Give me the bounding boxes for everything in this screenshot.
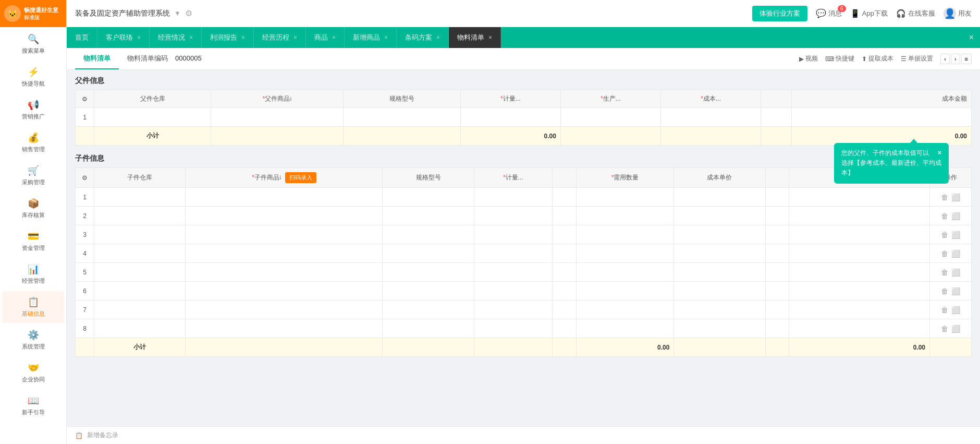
child-cell-extra-7[interactable] [552,301,576,319]
app-download-button[interactable]: 📱 App下载 [850,9,888,18]
nav-tab-close-7[interactable]: × [436,34,440,41]
extract-cost-btn[interactable]: ⬆ 提取成本 [862,54,893,63]
copy-icon-5[interactable]: ⬜ [951,268,960,277]
sidebar-item-企业协同[interactable]: 🤝 企业协同 [2,357,64,389]
child-cell-product-4[interactable] [186,244,383,263]
child-cell-extra2-3[interactable] [765,225,789,244]
child-cell-product-3[interactable] [186,225,383,244]
parent-cell-warehouse[interactable] [94,108,211,127]
child-cell-uom-8[interactable] [474,319,552,338]
child-cell-uom-3[interactable] [474,225,552,244]
sidebar-item-经营管理[interactable]: 📊 经营管理 [2,258,64,290]
shortcut-btn[interactable]: ⌨ 快捷键 [825,54,854,63]
nav-tab-close-4[interactable]: × [293,34,297,41]
child-cell-warehouse-4[interactable] [94,244,186,263]
child-cell-extra2-8[interactable] [765,319,789,338]
dropdown-arrow[interactable]: ▼ [174,9,181,17]
nav-tab-close-5[interactable]: × [332,34,336,41]
child-cell-qty-6[interactable] [576,282,674,301]
child-cell-uom-1[interactable] [474,188,552,207]
child-cell-product-7[interactable] [186,301,383,319]
nav-prev-btn[interactable]: ‹ [940,54,950,64]
copy-icon-8[interactable]: ⬜ [951,325,960,333]
nav-tab-7[interactable]: 条码方案× [397,27,449,48]
nav-tab-close-6[interactable]: × [384,34,388,41]
child-cell-qty-2[interactable] [576,207,674,225]
child-cell-spec-4[interactable] [383,244,474,263]
child-cell-extra2-5[interactable] [765,263,789,282]
copy-icon-2[interactable]: ⬜ [951,212,960,220]
child-cell-warehouse-7[interactable] [94,301,186,319]
nav-tab-8[interactable]: 物料清单× [449,27,501,48]
delete-icon-7[interactable]: 🗑 [941,306,948,314]
child-cell-qty-4[interactable] [576,244,674,263]
child-cell-qty-3[interactable] [576,225,674,244]
sidebar-item-资金管理[interactable]: 💳 资金管理 [2,225,64,257]
child-cell-uom-6[interactable] [474,282,552,301]
child-cell-spec-6[interactable] [383,282,474,301]
sidebar-item-采购管理[interactable]: 🛒 采购管理 [2,160,64,191]
child-cell-warehouse-3[interactable] [94,225,186,244]
copy-icon-4[interactable]: ⬜ [951,249,960,258]
child-cell-extra-2[interactable] [552,207,576,225]
child-cell-extra2-2[interactable] [765,207,789,225]
child-cell-warehouse-8[interactable] [94,319,186,338]
child-cell-unit-cost-7[interactable] [674,301,765,319]
child-cell-qty-7[interactable] [576,301,674,319]
nav-tab-4[interactable]: 经营历程× [254,27,306,48]
child-cell-unit-cost-4[interactable] [674,244,765,263]
nav-tab-5[interactable]: 商品× [306,27,345,48]
child-cell-spec-8[interactable] [383,319,474,338]
video-btn[interactable]: ▶ 视频 [799,54,818,63]
nav-tab-close-1[interactable]: × [137,34,141,41]
delete-icon-1[interactable]: 🗑 [941,193,948,201]
child-cell-extra-5[interactable] [552,263,576,282]
copy-icon-6[interactable]: ⬜ [951,287,960,295]
child-cell-unit-cost-3[interactable] [674,225,765,244]
parent-cell-qty[interactable] [460,108,560,127]
sidebar-item-营销推广[interactable]: 📢 营销推广 [2,94,64,126]
sidebar-item-新手引导[interactable]: 📖 新手引导 [2,390,64,422]
child-cell-extra2-7[interactable] [765,301,789,319]
child-cell-product-5[interactable] [186,263,383,282]
sidebar-item-快捷导航[interactable]: ⚡ 快捷导航 [2,61,64,93]
delete-icon-5[interactable]: 🗑 [941,268,948,277]
sidebar-item-基础信息[interactable]: 📋 基础信息 [2,291,64,323]
parent-cell-spec[interactable] [344,108,460,127]
close-all-tabs-button[interactable]: × [963,33,980,42]
nav-tab-0[interactable]: 首页 [67,27,97,48]
nav-tab-2[interactable]: 经营情况× [150,27,202,48]
sidebar-item-系统管理[interactable]: ⚙️ 系统管理 [2,324,64,356]
delete-icon-8[interactable]: 🗑 [941,325,948,333]
child-cell-unit-cost-6[interactable] [674,282,765,301]
child-cell-extra2-6[interactable] [765,282,789,301]
child-cell-extra2-4[interactable] [765,244,789,263]
scan-button[interactable]: 扫码录入 [285,172,316,183]
sidebar-item-销售管理[interactable]: 💰 销售管理 [2,127,64,159]
child-cell-spec-3[interactable] [383,225,474,244]
child-cell-uom-4[interactable] [474,244,552,263]
delete-icon-6[interactable]: 🗑 [941,287,948,295]
child-cell-unit-cost-8[interactable] [674,319,765,338]
child-cell-product-6[interactable] [186,282,383,301]
child-cell-unit-cost-1[interactable] [674,188,765,207]
child-cell-spec-5[interactable] [383,263,474,282]
single-settings-btn[interactable]: ☰ 单据设置 [901,54,933,63]
parent-cell-produce[interactable] [560,108,660,127]
child-cell-qty-5[interactable] [576,263,674,282]
sidebar-item-库存核算[interactable]: 📦 库存核算 [2,193,64,224]
child-cell-warehouse-1[interactable] [94,188,186,207]
child-cell-uom-7[interactable] [474,301,552,319]
child-cell-extra-4[interactable] [552,244,576,263]
child-cell-uom-5[interactable] [474,263,552,282]
nav-tab-1[interactable]: 客户联络× [97,27,150,48]
delete-icon-2[interactable]: 🗑 [941,212,948,220]
copy-icon-7[interactable]: ⬜ [951,306,960,314]
tooltip-close-button[interactable]: × [938,148,941,158]
child-cell-spec-7[interactable] [383,301,474,319]
settings-icon[interactable]: ⚙ [185,8,192,18]
child-cell-extra-1[interactable] [552,188,576,207]
child-cell-warehouse-6[interactable] [94,282,186,301]
nav-list-btn[interactable]: ≡ [961,54,972,64]
child-cell-unit-cost-2[interactable] [674,207,765,225]
